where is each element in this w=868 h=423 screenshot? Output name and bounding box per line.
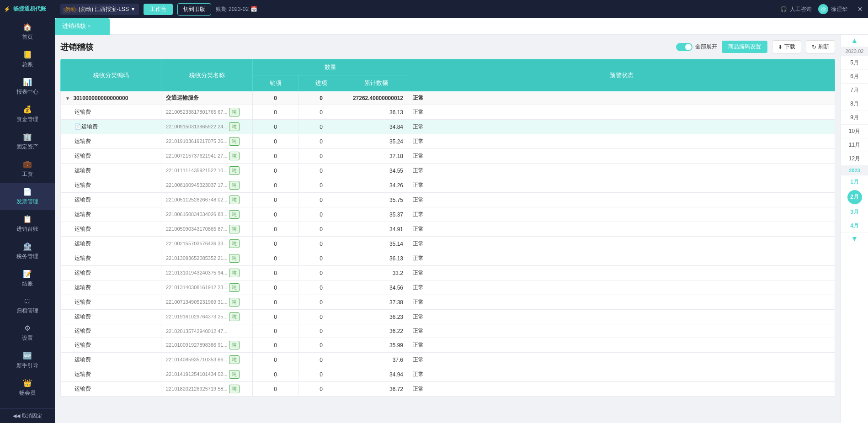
expand-toggle-label: 全部展开 — [695, 43, 717, 51]
expand-toggle[interactable] — [676, 43, 692, 51]
cell-purchase: 0 — [298, 237, 344, 251]
tab-close-icon[interactable]: × — [88, 23, 91, 29]
user-menu[interactable]: 徐 徐涅华 — [818, 4, 847, 14]
period-label: 账期 — [216, 5, 227, 13]
sidebar-item-label: 资金管理 — [16, 116, 38, 123]
tab-invoice-open[interactable]: 发票开具× — [55, 3, 110, 19]
date-nav-down[interactable]: ▼ — [841, 233, 868, 245]
date-month-prev[interactable]: 11月 — [841, 138, 868, 152]
unit-tag: 吨 — [229, 196, 240, 204]
sidebar-item-settings[interactable]: ⚙设置 — [0, 319, 55, 347]
cell-name: 运输费 — [61, 367, 161, 382]
unpin-button[interactable]: ◀◀ 取消固定 — [0, 408, 55, 423]
cell-purchase: 0 — [298, 353, 344, 367]
cell-sales: 0 — [253, 251, 298, 266]
cell-purchase: 0 — [298, 251, 344, 266]
cell-name: 交通运输服务 — [161, 91, 253, 105]
sidebar-item-member[interactable]: 👑畅会员 — [0, 374, 55, 402]
cell-purchase: 0 — [298, 207, 344, 222]
sidebar-item-assets[interactable]: 🏢固定资产 — [0, 128, 55, 155]
cell-purchase: 0 — [298, 266, 344, 280]
member-icon: 👑 — [23, 379, 32, 387]
date-month-current[interactable]: 3月 — [841, 206, 868, 219]
cell-tax-detail: 221005090343170865 87... 吨 — [161, 222, 253, 237]
date-month-prev[interactable]: 5月 — [841, 56, 868, 70]
unit-tag: 吨 — [229, 225, 240, 233]
topbar-close-button[interactable]: × — [857, 5, 863, 14]
date-month-prev[interactable]: 12月 — [841, 152, 868, 166]
cell-status: 正常 — [408, 207, 835, 222]
cell-tax-detail: 221007134905231969 31... 吨 — [161, 295, 253, 310]
cell-name: 运输费 — [61, 105, 161, 120]
headset-icon: 🎧 — [780, 6, 787, 12]
cell-status: 正常 — [408, 367, 835, 382]
cell-tax-detail: 221006150834034026 88... 吨 — [161, 207, 253, 222]
sidebar-item-tax[interactable]: 🏦税务管理 — [0, 238, 55, 265]
sidebar-item-label: 首页 — [22, 33, 33, 41]
cell-status: 正常 — [408, 222, 835, 237]
cell-name: 运输费 — [61, 237, 161, 251]
sidebar-item-label: 畅会员 — [19, 389, 36, 397]
download-button[interactable]: ⬇ 下载 — [772, 40, 801, 53]
col-header-tax-code: 税收分类编码 — [61, 59, 161, 91]
cell-sales: 0 — [253, 266, 298, 280]
switch-version-button[interactable]: 切到旧版 — [177, 3, 211, 16]
tab-sales-check[interactable]: 进销稽核× — [55, 18, 110, 35]
sidebar-item-home[interactable]: 🏠首页 — [0, 18, 55, 46]
period-value: 2023-02 — [229, 6, 249, 12]
date-month-prev[interactable]: 10月 — [841, 125, 868, 138]
cell-code: ▼ 301000000000000000 — [61, 91, 161, 105]
settings-icon: ⚙ — [24, 324, 31, 333]
cell-name: 运输费 — [61, 324, 161, 338]
unit-tag: 吨 — [229, 152, 240, 160]
tab-close-icon[interactable]: × — [88, 8, 91, 13]
col-header-sales: 销项 — [253, 75, 298, 91]
download-label: 下载 — [784, 43, 795, 51]
sidebar-item-archive[interactable]: 🗂归档管理 — [0, 292, 55, 319]
cell-sales: 0 — [253, 367, 298, 382]
date-month-current[interactable]: 2月 — [847, 190, 862, 205]
cell-cumulative: 34.84 — [344, 120, 408, 134]
service-button[interactable]: 🎧 人工咨询 — [780, 5, 812, 13]
cell-tax-detail: 221007215737621941 27... 吨 — [161, 149, 253, 164]
sidebar-item-salary[interactable]: 💼工资 — [0, 155, 55, 183]
date-month-prev[interactable]: 9月 — [841, 111, 868, 125]
date-month-current[interactable]: 1月 — [841, 175, 868, 189]
date-month-prev[interactable]: 6月 — [841, 70, 868, 84]
refresh-button[interactable]: ↻ 刷新 — [806, 40, 835, 53]
cell-status: 正常 — [408, 105, 835, 120]
cell-cumulative: 34.91 — [344, 222, 408, 237]
cell-purchase: 0 — [298, 338, 344, 353]
cell-name: 运输费 — [61, 134, 161, 149]
sales-icon: 📋 — [23, 215, 32, 223]
company-dropdown-icon: ▾ — [132, 6, 134, 12]
date-nav-up[interactable]: ▲ — [841, 35, 868, 47]
workspace-button[interactable]: 工作台 — [144, 4, 173, 15]
file-icon[interactable]: 📄 — [75, 123, 81, 130]
logo-icon: ⚡ — [4, 6, 11, 12]
tab-label: 发票开具 — [62, 6, 86, 15]
sidebar-item-guide[interactable]: 🆕新手引导 — [0, 347, 55, 374]
unit-tag: 吨 — [229, 166, 240, 175]
sidebar-item-report[interactable]: 📊报表中心 — [0, 73, 55, 100]
sidebar-item-funds[interactable]: 💰资金管理 — [0, 100, 55, 128]
cell-cumulative: 37.38 — [344, 295, 408, 310]
sidebar-item-settle[interactable]: 📝结账 — [0, 265, 55, 292]
sidebar-item-ledger[interactable]: 📒总账 — [0, 46, 55, 73]
service-label: 人工咨询 — [790, 5, 812, 13]
date-month-prev[interactable]: 8月 — [841, 97, 868, 111]
calendar-icon[interactable]: 📅 — [250, 6, 257, 12]
cell-tax-detail: 221002155703576436 33... 吨 — [161, 237, 253, 251]
sidebar-item-sales[interactable]: 📋进销台账 — [0, 210, 55, 238]
unit-tag: 吨 — [229, 122, 240, 131]
archive-icon: 🗂 — [24, 297, 31, 305]
sidebar-item-invoice[interactable]: 📄发票管理 — [0, 183, 55, 210]
product-code-settings-button[interactable]: 商品编码设置 — [722, 41, 767, 53]
table-row: 运输费 221019103619217075 36... 吨 0 0 35.24… — [61, 134, 835, 149]
cell-status: 正常 — [408, 149, 835, 164]
expand-arrow-icon[interactable]: ▼ — [65, 96, 70, 101]
cell-purchase: 0 — [298, 310, 344, 324]
date-month-current[interactable]: 4月 — [841, 219, 868, 233]
date-month-prev[interactable]: 7月 — [841, 84, 868, 97]
unit-tag: 吨 — [229, 298, 240, 307]
